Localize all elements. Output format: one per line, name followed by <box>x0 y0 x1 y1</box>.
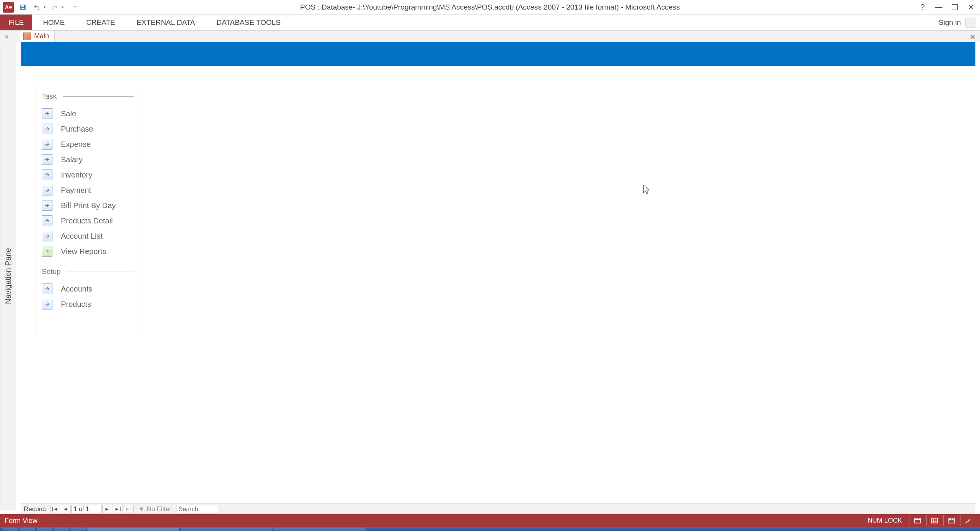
filter-indicator[interactable]: ▼ No Filter <box>134 505 176 513</box>
qat-customize-icon[interactable]: ⁼ <box>74 5 76 10</box>
task-item-products-detail[interactable]: Products Detail <box>42 213 134 228</box>
title-bar: A≡ ▾ ▾ ⁼ POS : Database- J:\Youtube\Prog… <box>0 0 980 15</box>
setup-item-accounts[interactable]: Accounts <box>42 281 134 296</box>
task-item-account-list[interactable]: Account List <box>42 228 134 244</box>
task-label: View Reports <box>61 247 106 256</box>
minimize-icon[interactable]: — <box>934 3 943 12</box>
prev-record-icon[interactable]: ◄ <box>61 505 71 513</box>
windows-taskbar[interactable] <box>0 527 980 531</box>
filter-icon: ▼ <box>139 506 145 513</box>
task-label: Salary <box>61 155 83 164</box>
redo-icon[interactable] <box>50 3 59 12</box>
last-record-icon[interactable]: ►I <box>113 505 123 513</box>
status-bar: Form View NUM LOCK <box>0 514 980 527</box>
task-item-salary[interactable]: Salary <box>42 152 134 167</box>
document-tab-main[interactable]: Main <box>20 30 55 42</box>
task-label: Products Detail <box>61 217 113 225</box>
task-label: Bill Print By Day <box>61 201 116 210</box>
task-item-sale[interactable]: Sale <box>42 106 134 121</box>
task-label: Payment <box>61 186 91 195</box>
help-icon[interactable]: ? <box>918 3 927 12</box>
task-item-payment[interactable]: Payment <box>42 182 134 198</box>
view-mode-label: Form View <box>5 517 38 525</box>
ribbon-tab-external-data[interactable]: EXTERNAL DATA <box>126 15 206 30</box>
arrow-right-icon <box>42 108 52 119</box>
arrow-right-icon <box>42 200 52 211</box>
content-area: Navigation Pane Task Sale Purchase Expen… <box>0 42 980 510</box>
arrow-right-icon <box>42 169 52 180</box>
quick-access-toolbar: A≡ ▾ ▾ ⁼ <box>0 2 76 13</box>
datasheet-view-icon[interactable] <box>926 515 942 526</box>
form-header <box>21 42 975 66</box>
ribbon-tab-create[interactable]: CREATE <box>75 15 126 30</box>
arrow-right-icon <box>42 231 52 241</box>
ribbon-tab-file[interactable]: FILE <box>0 15 32 30</box>
sign-in-link[interactable]: Sign in <box>939 18 961 27</box>
task-label: Purchase <box>61 125 93 134</box>
task-label: Expense <box>61 140 91 149</box>
design-view-icon[interactable] <box>960 515 975 526</box>
setup-item-products[interactable]: Products <box>42 296 134 312</box>
section-label-setup: Setup <box>42 267 134 276</box>
arrow-right-icon <box>42 283 52 294</box>
user-avatar-icon[interactable] <box>965 18 975 28</box>
document-tab-label: Main <box>34 32 49 40</box>
svg-rect-8 <box>949 519 951 520</box>
ribbon-tab-home[interactable]: HOME <box>32 15 75 30</box>
ribbon-tab-database-tools[interactable]: DATABASE TOOLS <box>206 15 292 30</box>
svg-rect-9 <box>951 519 953 520</box>
close-tab-icon[interactable]: ✕ <box>970 33 975 41</box>
record-label: Record: <box>21 505 50 513</box>
form-area: Task Sale Purchase Expense Salary <box>21 42 975 510</box>
task-label: Account List <box>61 232 103 241</box>
task-item-bill-print[interactable]: Bill Print By Day <box>42 198 134 213</box>
next-record-icon[interactable]: ► <box>102 505 112 513</box>
setup-label: Products <box>61 300 91 309</box>
task-item-inventory[interactable]: Inventory <box>42 167 134 182</box>
access-app-icon[interactable]: A≡ <box>3 2 14 13</box>
qat-divider <box>70 3 70 11</box>
restore-icon[interactable]: ❐ <box>950 3 959 12</box>
record-counter[interactable]: 1 of 1 <box>71 505 102 513</box>
svg-rect-7 <box>948 518 954 523</box>
window-controls: ? — ❐ ✕ <box>918 3 980 12</box>
redo-dropdown-icon[interactable]: ▾ <box>62 5 64 9</box>
numlock-indicator: NUM LOCK <box>861 517 908 524</box>
task-panel: Task Sale Purchase Expense Salary <box>36 85 139 335</box>
arrow-right-icon <box>42 154 52 165</box>
form-view-icon[interactable] <box>910 515 925 526</box>
task-label: Sale <box>61 109 76 118</box>
arrow-right-icon <box>42 299 52 309</box>
search-input[interactable] <box>176 505 218 513</box>
task-item-purchase[interactable]: Purchase <box>42 121 134 137</box>
setup-label: Accounts <box>61 285 92 293</box>
document-tab-bar: » Main ✕ <box>0 31 980 42</box>
form-body: Task Sale Purchase Expense Salary <box>21 66 975 488</box>
arrow-right-icon <box>42 139 52 150</box>
ribbon: FILE HOME CREATE EXTERNAL DATA DATABASE … <box>0 15 980 31</box>
window-title: POS : Database- J:\Youtube\Programming\M… <box>300 3 680 11</box>
arrow-right-icon <box>42 185 52 195</box>
task-item-view-reports[interactable]: View Reports <box>42 244 134 259</box>
undo-dropdown-icon[interactable]: ▾ <box>44 5 46 9</box>
first-record-icon[interactable]: I◄ <box>50 505 60 513</box>
navigation-pane-collapsed[interactable]: Navigation Pane <box>0 42 16 510</box>
save-icon[interactable] <box>18 3 28 12</box>
form-icon <box>23 33 31 40</box>
reports-arrow-icon <box>42 246 52 257</box>
task-label: Inventory <box>61 171 92 179</box>
close-icon[interactable]: ✕ <box>966 3 975 12</box>
section-label-task: Task <box>42 92 134 101</box>
layout-view-icon[interactable] <box>943 515 959 526</box>
arrow-right-icon <box>42 124 52 134</box>
mouse-cursor-icon <box>643 184 650 197</box>
nav-pane-expand-icon[interactable]: » <box>2 31 12 42</box>
arrow-right-icon <box>42 215 52 226</box>
no-filter-label: No Filter <box>147 505 171 513</box>
task-item-expense[interactable]: Expense <box>42 137 134 152</box>
svg-rect-1 <box>915 519 920 520</box>
record-navigation: Record: I◄ ◄ 1 of 1 ► ►I ►* ▼ No Filter <box>21 503 975 514</box>
svg-rect-2 <box>931 518 938 523</box>
new-record-icon[interactable]: ►* <box>124 505 134 513</box>
undo-icon[interactable] <box>32 3 41 12</box>
